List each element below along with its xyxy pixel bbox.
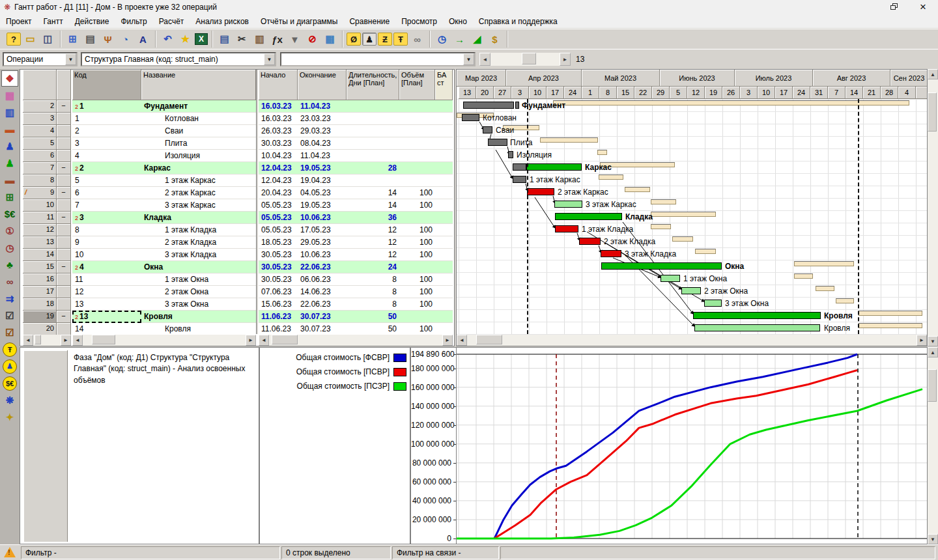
cell-code[interactable]: 11 bbox=[72, 273, 141, 286]
cost-table-icon[interactable]: ⊞ bbox=[1, 189, 18, 205]
right-pane-hscrollbar-right-arrow[interactable]: ► bbox=[442, 335, 453, 346]
gantt-bar[interactable] bbox=[601, 250, 621, 257]
cell-vol[interactable] bbox=[399, 125, 435, 137]
cell-name[interactable]: 1 этаж Каркас bbox=[141, 175, 256, 187]
menu-проект[interactable]: Проект bbox=[0, 16, 38, 27]
gantt-bar[interactable] bbox=[579, 238, 601, 245]
cell-name[interactable]: Окна bbox=[141, 261, 256, 273]
gantt-bar[interactable] bbox=[693, 312, 821, 319]
cell-dur[interactable]: 28 bbox=[347, 162, 399, 175]
gantt-bar[interactable] bbox=[526, 163, 582, 171]
menu-просмотр[interactable]: Просмотр bbox=[395, 16, 443, 27]
cell-start[interactable]: 30.03.23 bbox=[259, 137, 298, 150]
row-number-cell[interactable]: 6 bbox=[23, 150, 57, 162]
row-collapse-cell[interactable]: − bbox=[57, 212, 71, 224]
row-collapse-cell[interactable] bbox=[57, 236, 71, 249]
row-collapse-cell[interactable] bbox=[57, 175, 71, 187]
right-pane-hscrollbar-track[interactable] bbox=[269, 335, 442, 346]
cell-name[interactable]: Сваи bbox=[141, 125, 256, 137]
gantt-vscroll-down-arrow[interactable]: ▼ bbox=[928, 336, 938, 346]
cell-vol[interactable]: 100 bbox=[399, 187, 435, 199]
chart-vscroll-track[interactable] bbox=[928, 357, 938, 534]
cell-start[interactable]: 12.04.23 bbox=[259, 175, 298, 187]
cell-end[interactable]: 11.04.23 bbox=[298, 100, 347, 113]
row-collapse-cell[interactable] bbox=[57, 249, 71, 261]
cell-dur[interactable]: 8 bbox=[347, 286, 399, 298]
row-collapse-cell[interactable] bbox=[57, 113, 71, 125]
chevron-down-icon[interactable]: ▼ bbox=[264, 53, 275, 65]
cell-start[interactable]: 12.04.23 bbox=[259, 162, 298, 175]
cell-end[interactable]: 22.06.23 bbox=[298, 261, 347, 273]
menu-гантт[interactable]: Гантт bbox=[38, 16, 69, 27]
row-number-cell[interactable]: 17 bbox=[23, 286, 57, 298]
add-resource-icon[interactable]: ♟ bbox=[1, 155, 18, 171]
money-circle-icon[interactable]: $€ bbox=[1, 375, 18, 391]
cell-vol[interactable] bbox=[399, 162, 435, 175]
links-chain-icon[interactable]: ∞ bbox=[409, 31, 425, 47]
close-button[interactable]: × bbox=[908, 0, 938, 14]
favorites-star-icon[interactable]: ★ bbox=[177, 31, 193, 47]
scroll-thumb[interactable] bbox=[522, 53, 536, 64]
cell-vol[interactable]: 100 bbox=[399, 298, 435, 311]
cell-vol[interactable] bbox=[399, 113, 435, 125]
row-collapse-cell[interactable] bbox=[57, 137, 71, 150]
gantt-hscrollbar-thumb[interactable] bbox=[476, 335, 502, 344]
cell-dur[interactable]: 8 bbox=[347, 273, 399, 286]
row-number-cell[interactable]: 19 bbox=[23, 311, 57, 323]
row-number-cell[interactable]: 4 bbox=[23, 125, 57, 137]
cell-name[interactable]: Изоляция bbox=[141, 150, 256, 162]
gantt-bar[interactable] bbox=[554, 201, 582, 208]
row-number-cell[interactable]: 13 bbox=[23, 236, 57, 249]
cell-vol[interactable] bbox=[399, 261, 435, 273]
row-number-cell[interactable]: 15 bbox=[23, 261, 57, 273]
cell-code[interactable]: 14 bbox=[72, 323, 141, 335]
cell-name[interactable]: 1 этаж Окна bbox=[141, 273, 256, 286]
cell-code[interactable]: 1 bbox=[72, 113, 141, 125]
row-collapse-cell[interactable] bbox=[57, 323, 71, 335]
cell-code[interactable]: 10 bbox=[72, 249, 141, 261]
cell-start[interactable]: 26.03.23 bbox=[259, 125, 298, 137]
cell-vol[interactable]: 100 bbox=[399, 323, 435, 335]
gantt-bar[interactable] bbox=[555, 213, 622, 220]
row-number-cell[interactable]: 16 bbox=[23, 273, 57, 286]
cell-start[interactable]: 05.05.23 bbox=[259, 199, 298, 212]
chart-vertical-scrollbar[interactable]: ▲▼ bbox=[928, 347, 938, 544]
cell-end[interactable]: 04.05.23 bbox=[298, 187, 347, 199]
cell-dur[interactable]: 8 bbox=[347, 298, 399, 311]
excel-export-icon[interactable]: X bbox=[195, 33, 208, 45]
gutter-hscrollbar-right-arrow[interactable]: ► bbox=[61, 335, 71, 346]
column-header-start[interactable]: Начало bbox=[259, 70, 298, 100]
cell-start[interactable]: 15.06.23 bbox=[259, 298, 298, 311]
cell-start[interactable]: 18.05.23 bbox=[259, 236, 298, 249]
gantt-bar[interactable] bbox=[555, 225, 578, 232]
menu-сравнение[interactable]: Сравнение bbox=[343, 16, 395, 27]
scroll-right-icon[interactable]: ► bbox=[560, 53, 571, 66]
cell-end[interactable]: 22.06.23 bbox=[298, 298, 347, 311]
row-number-cell[interactable]: 10 bbox=[23, 199, 57, 212]
pie-chart-icon[interactable]: ◔ bbox=[117, 31, 134, 47]
cell-name[interactable]: 3 этаж Кладка bbox=[141, 249, 256, 261]
cell-end[interactable]: 29.03.23 bbox=[298, 125, 347, 137]
currencies-icon[interactable]: $€ bbox=[1, 206, 18, 222]
column-header-dur[interactable]: Длительность, Дни [План] bbox=[347, 70, 399, 100]
filter-combobox[interactable]: ▼ bbox=[280, 52, 476, 66]
menu-отч-ты-и-диаграммы[interactable]: Отчёты и диаграммы bbox=[255, 16, 343, 27]
gantt-vscroll-up-arrow[interactable]: ▲ bbox=[928, 69, 938, 79]
cell-end[interactable]: 19.04.23 bbox=[298, 175, 347, 187]
chevron-down-icon[interactable]: ▼ bbox=[463, 53, 474, 65]
scroll-track[interactable] bbox=[490, 53, 560, 66]
cell-end[interactable]: 23.03.23 bbox=[298, 113, 347, 125]
selected-cell[interactable]: 213 bbox=[72, 311, 141, 323]
left-pane-hscrollbar-left-arrow[interactable]: ◄ bbox=[72, 335, 83, 346]
cell-end[interactable]: 10.06.23 bbox=[298, 212, 347, 224]
row-collapse-cell[interactable] bbox=[57, 199, 71, 212]
gantt-bar[interactable] bbox=[527, 188, 554, 195]
row-collapse-cell[interactable] bbox=[57, 273, 71, 286]
calendar-clock-icon[interactable]: ◷ bbox=[1, 240, 18, 256]
gantt-bar[interactable] bbox=[508, 151, 513, 158]
cell-start[interactable]: 11.06.23 bbox=[259, 323, 298, 335]
gantt-vscroll-thumb[interactable] bbox=[928, 92, 937, 132]
checklist-pencil-icon[interactable]: ☑ bbox=[1, 307, 18, 324]
cell-end[interactable]: 19.05.23 bbox=[298, 162, 347, 175]
cell-name[interactable]: Кладка bbox=[141, 212, 256, 224]
